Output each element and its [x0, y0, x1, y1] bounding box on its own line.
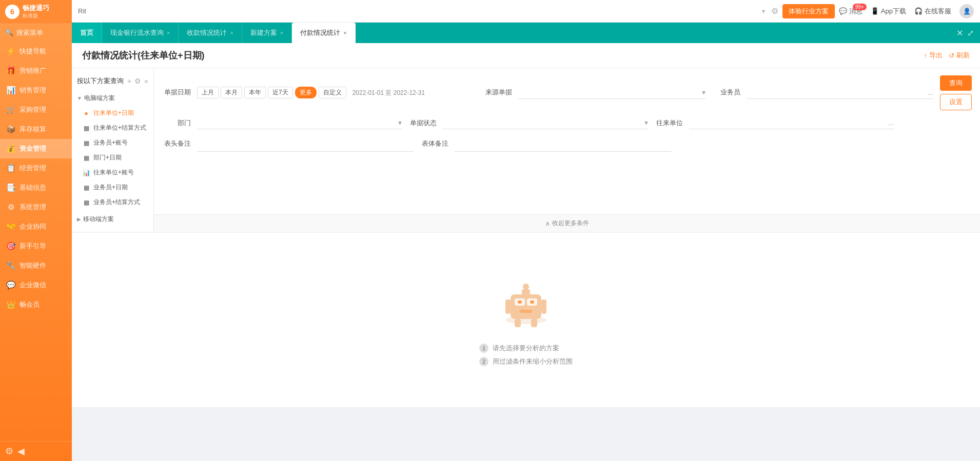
- scheme-add-btn[interactable]: +: [127, 77, 131, 85]
- sidebar-item-hardware[interactable]: 🔧 智能硬件: [0, 256, 72, 275]
- company-dropdown-icon[interactable]: ▾: [762, 8, 765, 15]
- scheme-settings-btn[interactable]: ⚙: [134, 77, 141, 85]
- collapse-more-btn[interactable]: ∧ 收起更多条件: [154, 214, 980, 232]
- sidebar-item-system[interactable]: ⚙ 系统管理: [0, 197, 72, 217]
- sidebar-item-member[interactable]: 👑 畅会员: [0, 295, 72, 314]
- tab-new-scheme[interactable]: 新建方案 ×: [242, 23, 292, 43]
- salesman-dots[interactable]: ...: [928, 88, 934, 96]
- scheme-item-salesman-account-icon: ▦: [82, 139, 90, 147]
- scheme-item-unit-account[interactable]: 📊 往来单位+账号: [74, 165, 153, 180]
- sidebar-item-wechat[interactable]: 💬 企业微信: [0, 275, 72, 295]
- scheme-item-dept-date[interactable]: ▦ 部门+日期: [74, 150, 153, 165]
- scheme-item-salesman-payment[interactable]: ▦ 业务员+结算方式: [74, 195, 153, 210]
- messages-btn[interactable]: 💬 消息 99+: [839, 7, 863, 16]
- sidebar-item-marketing[interactable]: 🎁 营销推广: [0, 61, 72, 81]
- desktop-scheme-group-title[interactable]: ▼ 电脑端方案: [72, 91, 153, 106]
- sidebar-item-basic[interactable]: 📑 基础信息: [0, 178, 72, 197]
- query-btn[interactable]: 查询: [940, 75, 972, 91]
- member-icon: 👑: [6, 300, 15, 309]
- sidebar-item-quick-nav[interactable]: ⚡ 快捷导航: [0, 42, 72, 61]
- mobile-scheme-group-title[interactable]: ▶ 移动端方案: [72, 212, 153, 227]
- sidebar-item-inventory[interactable]: 📦 库存核算: [0, 119, 72, 139]
- sidebar-item-operation[interactable]: 📋 经营管理: [0, 158, 72, 178]
- tab-new-scheme-close[interactable]: ×: [280, 30, 283, 36]
- salesman-select-wrap: ...: [747, 86, 934, 99]
- collapse-arrow-icon: ∧: [545, 220, 550, 227]
- user-avatar[interactable]: 👤: [959, 4, 974, 18]
- dept-dropdown-icon[interactable]: ▾: [398, 118, 402, 127]
- scheme-item-unit-payment-icon: ▦: [82, 124, 90, 132]
- sidebar-collapse-btn[interactable]: ◀: [17, 446, 25, 457]
- sidebar-item-newbie[interactable]: 🎯 新手引导: [0, 236, 72, 256]
- date-btn-7days[interactable]: 近7天: [268, 87, 293, 98]
- tabbar-right: ✕ ⤢: [956, 28, 980, 38]
- sidebar-item-sales[interactable]: 📊 销售管理: [0, 81, 72, 100]
- scheme-panel-header: 按以下方案查询 + ⚙ «: [72, 73, 153, 89]
- svg-rect-1: [511, 294, 541, 319]
- logo-title: 畅捷通巧: [23, 4, 49, 12]
- search-label: 搜索菜单: [16, 28, 43, 37]
- salesman-label: 业务员: [712, 88, 740, 97]
- scheme-item-unit-date[interactable]: ● 往来单位+日期: [74, 106, 153, 121]
- date-btn-last-month[interactable]: 上月: [197, 87, 219, 98]
- online-service-btn[interactable]: 🎧 在线客服: [914, 7, 951, 16]
- scheme-item-salesman-date[interactable]: ▦ 业务员+日期: [74, 180, 153, 195]
- sidebar-settings-btn[interactable]: ⚙: [5, 446, 13, 457]
- date-btn-this-year[interactable]: 本年: [244, 87, 266, 98]
- filter-row-3: 表头备注 表体备注: [162, 135, 972, 152]
- topbar-gear-icon[interactable]: ⚙: [771, 6, 778, 16]
- scheme-item-salesman-account[interactable]: ▦ 业务员+账号: [74, 135, 153, 150]
- tab-bank-flow-close[interactable]: ×: [167, 30, 170, 36]
- sidebar-item-capital[interactable]: 💰 资金管理: [0, 139, 72, 158]
- doc-status-dropdown-icon[interactable]: ▾: [644, 118, 648, 127]
- table-header-notes-wrap: [197, 135, 414, 152]
- trial-btn[interactable]: 体验行业方案: [782, 4, 835, 18]
- tab-payment-stats[interactable]: 付款情况统计 ×: [292, 23, 355, 43]
- sidebar-item-purchase[interactable]: 🛒 采购管理: [0, 100, 72, 119]
- table-header-notes-input[interactable]: [197, 137, 414, 149]
- date-btn-this-month[interactable]: 本月: [221, 87, 242, 98]
- scheme-item-salesman-date-icon: ▦: [82, 184, 90, 192]
- desktop-scheme-group: ▼ 电脑端方案 ● 往来单位+日期 ▦ 往来单位+结算方式 ▦: [72, 91, 153, 210]
- app-download-btn[interactable]: 📱 App下载: [871, 7, 906, 16]
- main-area: Rit ▾ ⚙ 体验行业方案 💬 消息 99+ 📱 App下载 🎧 在线客服 👤…: [72, 0, 980, 461]
- topbar-right: 💬 消息 99+ 📱 App下载 🎧 在线客服 👤: [839, 4, 974, 18]
- sidebar-logo: 6 畅捷通巧 标准版: [0, 0, 72, 24]
- date-buttons: 上月 本月 本年 近7天 更多 自定义: [197, 87, 346, 98]
- dept-label: 部门: [162, 118, 191, 128]
- desktop-scheme-items: ● 往来单位+日期 ▦ 往来单位+结算方式 ▦ 业务员+账号 ▦: [72, 106, 153, 210]
- scheme-item-unit-payment[interactable]: ▦ 往来单位+结算方式: [74, 121, 153, 135]
- related-unit-dots[interactable]: ...: [888, 118, 894, 127]
- refresh-btn[interactable]: ↺ 刷新: [949, 51, 970, 60]
- tab-bank-flow[interactable]: 现金银行流水查询 ×: [102, 23, 179, 43]
- basic-label: 基础信息: [19, 183, 46, 192]
- tab-income-stats[interactable]: 收款情况统计 ×: [179, 23, 242, 43]
- filter-actions: 查询 设置: [940, 74, 972, 110]
- date-label: 单据日期: [162, 88, 191, 97]
- basic-icon: 📑: [6, 183, 15, 192]
- scheme-collapse-btn[interactable]: «: [144, 77, 148, 85]
- source-dropdown-icon[interactable]: ▾: [702, 88, 705, 96]
- mobile-group-label: 移动端方案: [83, 215, 114, 224]
- tab-home[interactable]: 首页: [72, 23, 102, 43]
- settings-btn[interactable]: 设置: [940, 94, 972, 110]
- table-body-notes-input[interactable]: [455, 137, 671, 149]
- system-icon: ⚙: [6, 203, 15, 212]
- purchase-label: 采购管理: [19, 105, 46, 114]
- scheme-item-dept-date-label: 部门+日期: [93, 153, 122, 162]
- date-btn-custom[interactable]: 自定义: [319, 87, 346, 98]
- capital-icon: 💰: [6, 144, 15, 153]
- tab-payment-stats-close[interactable]: ×: [343, 30, 346, 36]
- date-btn-more[interactable]: 更多: [295, 87, 317, 98]
- hint-1-text: 请先选择要分析的方案: [493, 344, 559, 353]
- tab-income-stats-close[interactable]: ×: [230, 30, 233, 36]
- search-menu[interactable]: 🔍 搜索菜单: [0, 24, 72, 42]
- tab-expand-icon[interactable]: ⤢: [967, 28, 974, 38]
- page-content: 付款情况统计(往来单位+日期) ↑ 导出 ↺ 刷新 按以下方案查询 +: [72, 43, 980, 461]
- source-label: 来源单据: [483, 88, 512, 97]
- svg-rect-12: [531, 319, 537, 327]
- export-btn[interactable]: ↑ 导出: [924, 51, 943, 60]
- sidebar-item-enterprise[interactable]: 🤝 企业协同: [0, 217, 72, 236]
- logo-icon: 6: [5, 5, 19, 19]
- tab-close-all-icon[interactable]: ✕: [956, 28, 963, 38]
